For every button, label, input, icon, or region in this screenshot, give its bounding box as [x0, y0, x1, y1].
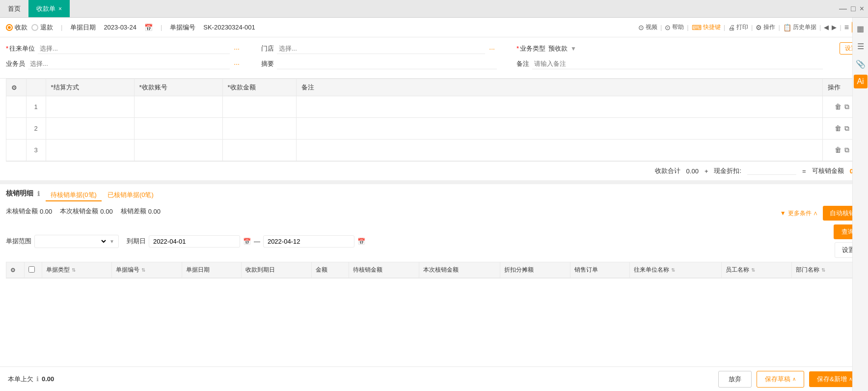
row2-delete-icon[interactable]: 🗑 [835, 124, 841, 133]
row3-account[interactable] [134, 140, 222, 161]
row3-amount[interactable] [222, 140, 296, 161]
biz-type-label: 业务类型 [520, 44, 545, 53]
row1-copy-icon[interactable]: ⧉ [844, 103, 849, 111]
summary-label: 摘要 [261, 59, 274, 68]
summary-input[interactable] [277, 58, 497, 69]
table-row: 1 🗑 ⧉ [6, 96, 862, 118]
tab-home[interactable]: 首页 [0, 0, 28, 17]
filter-row: 单据范围 ▼ 到期日 📅 — 📅 查询 [6, 224, 862, 258]
row2-note[interactable] [296, 118, 822, 140]
table-row: 2 🗑 ⧉ [6, 118, 862, 140]
bth-dept: 部门名称⇅ [792, 262, 862, 278]
row3-delete-icon[interactable]: 🗑 [835, 146, 841, 154]
counterpart-more-btn[interactable]: ··· [232, 45, 242, 53]
th-amount: *收款金额 [222, 79, 296, 96]
store-input[interactable] [277, 43, 485, 54]
sidebar-ai-icon[interactable]: Ai [854, 75, 868, 88]
next-icon[interactable]: ▶ [832, 24, 837, 31]
save-draft-arrow-icon: ∧ [792, 376, 796, 382]
window-close-icon[interactable]: × [860, 4, 864, 13]
abandon-btn[interactable]: 放弃 [718, 371, 752, 388]
row1-no: 1 [26, 96, 46, 118]
bth-doc-type: 单据类型⇅ [42, 262, 112, 278]
date-calendar-icon[interactable]: 📅 [144, 24, 153, 31]
range-select-wrapper: ▼ [34, 235, 119, 248]
row2-amount[interactable] [222, 118, 296, 140]
date-to-input[interactable] [263, 235, 354, 248]
doc-no-label: 单据编号 [170, 23, 195, 32]
list-view-icon[interactable]: ≡ [844, 23, 849, 32]
receipt-radio[interactable]: 收款 [6, 23, 27, 32]
help-btn[interactable]: ⊙ 帮助 [665, 23, 684, 31]
history-btn[interactable]: 📋 历史单据 [783, 23, 816, 31]
maximize-icon[interactable]: □ [851, 4, 856, 13]
tab-bar: 首页 收款单 × — □ × [0, 0, 868, 18]
row1-account[interactable] [134, 96, 222, 118]
form-row-1: * 往来单位 ··· 门店 ··· * 业务类型 预收款 ▼ 设置 [6, 42, 862, 55]
row2-copy-icon[interactable]: ⧉ [844, 124, 849, 133]
tab-close-icon[interactable]: × [58, 5, 62, 12]
minimize-icon[interactable]: — [839, 4, 847, 13]
bth-gear[interactable]: ⚙ [6, 262, 24, 278]
help-icon: ⊙ [665, 24, 671, 31]
discount-input[interactable] [747, 167, 796, 175]
tab-receipt-label: 收款单 [36, 4, 55, 13]
bth-checkbox [24, 262, 42, 278]
save-draft-btn[interactable]: 保存草稿 ∧ [757, 371, 804, 388]
row3-copy-icon[interactable]: ⧉ [844, 146, 849, 154]
row2-settlement[interactable] [46, 118, 134, 140]
row1-settlement[interactable] [46, 96, 134, 118]
row2-no: 2 [26, 118, 46, 140]
form-section: * 往来单位 ··· 门店 ··· * 业务类型 预收款 ▼ 设置 [0, 37, 868, 79]
select-all-checkbox[interactable] [28, 266, 35, 273]
range-select[interactable] [39, 237, 108, 246]
section-info-icon[interactable]: ℹ [37, 190, 40, 197]
th-gear[interactable]: ⚙ [6, 79, 26, 96]
row1-delete-icon[interactable]: 🗑 [835, 103, 841, 111]
tab-pending[interactable]: 待核销单据(0笔) [46, 190, 102, 201]
date-from-input[interactable] [149, 235, 240, 248]
date-range: 📅 — 📅 [149, 235, 365, 248]
row3-note[interactable] [296, 140, 822, 161]
row2-account[interactable] [134, 118, 222, 140]
bth-sales-order: 销售订单 [570, 262, 630, 278]
biz-type-arrow[interactable]: ▼ [570, 45, 576, 52]
counterpart-label: 往来单位 [9, 44, 35, 53]
operation-btn[interactable]: ⚙ 操作 [756, 23, 775, 31]
eq-sign: = [802, 168, 806, 175]
print-icon: 🖨 [728, 24, 735, 31]
print-btn[interactable]: 🖨 打印 [728, 23, 748, 31]
sidebar-attachment-icon[interactable]: 📎 [854, 57, 868, 71]
biz-type-value: 预收款 [548, 44, 568, 53]
prev-icon[interactable]: ◀ [824, 24, 829, 31]
th-no [26, 79, 46, 96]
row3-settlement[interactable] [46, 140, 134, 161]
row1-amount[interactable] [222, 96, 296, 118]
refund-radio[interactable]: 退款 [31, 23, 53, 32]
video-btn[interactable]: ⊙ 视频 [638, 23, 657, 31]
row1-note[interactable] [296, 96, 822, 118]
shortcut-btn[interactable]: ⌨ 快捷键 [692, 23, 721, 31]
refund-radio-dot [31, 24, 38, 31]
save-new-label: 保存&新增 [817, 375, 847, 384]
more-conditions-btn[interactable]: ▼ 更多条件 ∧ [780, 209, 818, 218]
notes-input[interactable] [532, 58, 823, 69]
tab-receipt[interactable]: 收款单 × [28, 0, 70, 17]
salesperson-input[interactable] [28, 58, 230, 69]
counterpart-input[interactable] [38, 43, 230, 54]
stat-current-verify: 本次核销金额 0.00 [60, 207, 112, 216]
verification-tabs: 待核销单据(0笔) 已核销单据(0笔) [46, 190, 159, 201]
salesperson-more-btn[interactable]: ··· [232, 60, 242, 68]
bth-pending-verify: 待核销金额 [349, 262, 419, 278]
sidebar-list-icon[interactable]: ☰ [854, 39, 868, 53]
plus-sign: + [705, 168, 708, 175]
tab-done[interactable]: 已核销单据(0笔) [103, 190, 159, 201]
counter-label: 本单上欠 [8, 375, 33, 384]
section-title: 核销明细 ℹ [6, 189, 40, 198]
bth-employee: 员工名称⇅ [722, 262, 792, 278]
sidebar-table-icon[interactable]: ▦ [854, 22, 868, 35]
biz-type-field: * 业务类型 预收款 ▼ [516, 44, 840, 53]
counter-info-icon[interactable]: ℹ [36, 375, 39, 383]
doc-no-value: SK-20230324-001 [203, 24, 255, 31]
store-more-btn[interactable]: ··· [487, 45, 497, 53]
